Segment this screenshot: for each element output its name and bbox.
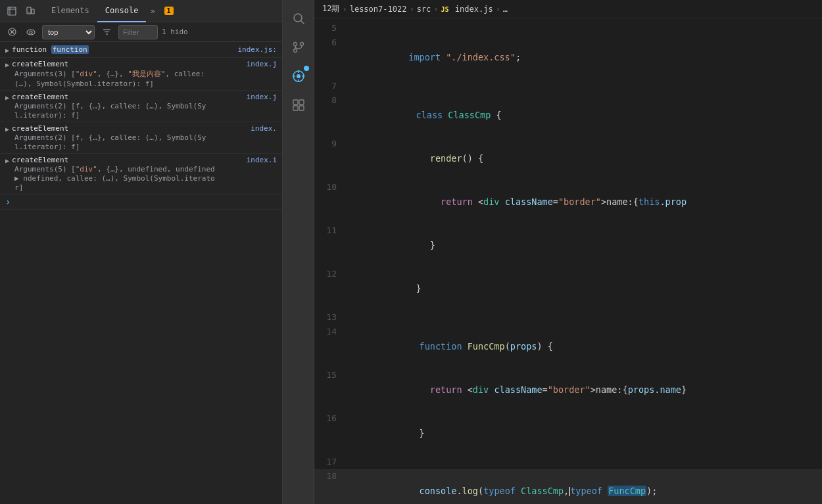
expand-arrow[interactable]: ▶ [5, 126, 9, 133]
extensions-activity-item[interactable] [285, 92, 312, 118]
source-control-activity-item[interactable] [285, 34, 312, 60]
code-line-9: 9 render() { [314, 137, 822, 180]
code-line-16: 16 } [314, 411, 822, 455]
entry-detail: Arguments(3) ["div", {…}, "我是内容", callee… [12, 69, 277, 79]
entry-detail: Arguments(5) ["div", {…}, undefined, und… [12, 165, 277, 173]
entry-main: createElement index.j Arguments(3) ["div… [12, 60, 277, 88]
console-entry[interactable]: ▶ function function index.js: [0, 43, 282, 58]
search-activity-item[interactable] [285, 5, 312, 32]
entry-header: createElement index. [12, 124, 277, 133]
console-entry[interactable]: ▶ createElement index.j Arguments(3) ["d… [0, 58, 282, 91]
line-num-15: 15 [314, 368, 345, 382]
inspect-icon[interactable] [4, 3, 20, 19]
entry-file[interactable]: index.i [247, 156, 277, 164]
svg-rect-27 [299, 100, 304, 104]
entry-main: createElement index.j Arguments(2) [f, {… [12, 93, 277, 120]
entry-text: createElement [12, 93, 241, 101]
code-editor[interactable]: 5 6 import "./index.css"; 7 8 [314, 18, 822, 504]
line-num-6: 6 [314, 35, 345, 50]
console-entry[interactable]: ▶ createElement index. Arguments(2) [f, … [0, 122, 282, 154]
entry-text: createElement [12, 60, 241, 68]
entry-text: createElement [12, 156, 241, 164]
entry-file[interactable]: index. [251, 124, 277, 133]
breadcrumb: 12期 › lesson7-1022 › src › JS index.js ›… [314, 0, 822, 18]
entry-main: createElement index. Arguments(2) [f, {…… [12, 124, 277, 151]
line-content-16: } [350, 411, 822, 455]
entry-header: createElement index.j [12, 60, 277, 68]
code-line-5: 5 [314, 21, 822, 35]
line-content-18: console.log(typeof ClassCmp,typeof FuncC… [350, 469, 822, 504]
entry-sub: (…), Symbol(Symbol.iterator): f] [12, 80, 277, 88]
code-line-12: 12 } [314, 267, 822, 310]
entry-main: createElement index.i Arguments(5) ["div… [12, 156, 277, 192]
line-content-12: } [347, 267, 822, 310]
line-content-6: import "./index.css"; [350, 35, 822, 79]
line-num-11: 11 [314, 223, 345, 238]
show-hide-icon[interactable] [24, 25, 38, 39]
line-num-17: 17 [314, 455, 345, 469]
expand-arrow[interactable]: ▶ [5, 94, 9, 101]
context-selector[interactable]: top [42, 25, 95, 39]
svg-rect-29 [299, 106, 304, 110]
device-icon[interactable] [22, 3, 38, 19]
svg-point-18 [293, 49, 297, 53]
breadcrumb-lesson[interactable]: lesson7-1022 [350, 5, 407, 14]
breadcrumb-12qi[interactable]: 12期 [322, 3, 339, 14]
run-debug-activity-item[interactable] [285, 63, 312, 89]
console-caret-icon: › [5, 196, 11, 207]
devtools-panel: Elements Console » 1 top [0, 0, 283, 504]
expand-arrow[interactable]: ▶ [5, 47, 9, 54]
console-caret-line[interactable]: › [0, 195, 282, 210]
svg-line-15 [301, 21, 304, 24]
line-content-14: function FuncCmp(props) { [350, 325, 822, 368]
tab-console[interactable]: Console [97, 0, 147, 22]
console-filter-bar: top 1 hido [0, 22, 282, 42]
activity-bar [283, 0, 314, 504]
expand-arrow[interactable]: ▶ [5, 157, 9, 164]
entry-header: function function index.js: [12, 45, 277, 54]
svg-point-10 [30, 31, 32, 34]
console-entry[interactable]: ▶ createElement index.j Arguments(2) [f,… [0, 91, 282, 122]
highlight-function: function [51, 45, 89, 54]
svg-point-21 [297, 74, 301, 78]
entry-sub1: ▶ ndefined, callee: (…), Symbol(Symbol.i… [12, 174, 277, 183]
editor-panel: 12期 › lesson7-1022 › src › JS index.js ›… [283, 0, 822, 504]
entry-file[interactable]: index.j [247, 60, 277, 68]
devtools-tabs: Elements Console » [43, 0, 159, 22]
entry-file[interactable]: index.j [247, 93, 277, 101]
filter-icon[interactable] [99, 24, 114, 40]
line-content-8: class ClassCmp { [347, 93, 822, 137]
entry-header: createElement index.j [12, 93, 277, 101]
code-line-11: 11 } [314, 223, 822, 267]
warning-badge: 1 [164, 7, 174, 15]
svg-point-9 [27, 30, 35, 35]
notification-dot [304, 66, 309, 71]
line-num-18: 18 [314, 469, 345, 484]
code-line-18: 18 console.log(typeof ClassCmp,typeof Fu… [314, 469, 822, 504]
line-num-16: 16 [314, 411, 345, 426]
breadcrumb-file[interactable]: JS index.js [441, 5, 493, 14]
entry-file[interactable]: index.js: [237, 45, 277, 54]
tab-more[interactable]: » [146, 7, 158, 16]
entry-sub: l.iterator): f] [12, 143, 277, 151]
line-num-8: 8 [314, 93, 345, 108]
breadcrumb-dots[interactable]: … [503, 5, 508, 14]
devtools-toolbar: Elements Console » 1 [0, 0, 282, 22]
line-num-14: 14 [314, 325, 345, 339]
console-entry[interactable]: ▶ createElement index.i Arguments(5) ["d… [0, 154, 282, 195]
breadcrumb-src[interactable]: src [417, 5, 431, 14]
entry-detail: Arguments(2) [f, {…}, callee: (…), Symbo… [12, 102, 277, 110]
expand-arrow[interactable]: ▶ [5, 61, 9, 68]
line-content-10: return <div className="border">name:{thi… [350, 180, 822, 223]
line-num-13: 13 [314, 310, 345, 325]
line-content-9: render() { [350, 137, 822, 180]
code-line-8: 8 class ClassCmp { [314, 93, 822, 137]
code-line-14: 14 function FuncCmp(props) { [314, 325, 822, 368]
entry-text: function function [12, 45, 232, 54]
clear-console-icon[interactable] [4, 24, 20, 40]
filter-input[interactable] [118, 25, 158, 39]
tab-elements[interactable]: Elements [43, 0, 97, 22]
code-line-15: 15 return <div className="border">name:{… [314, 368, 822, 411]
code-line-6: 6 import "./index.css"; [314, 35, 822, 79]
code-line-13: 13 [314, 310, 822, 325]
